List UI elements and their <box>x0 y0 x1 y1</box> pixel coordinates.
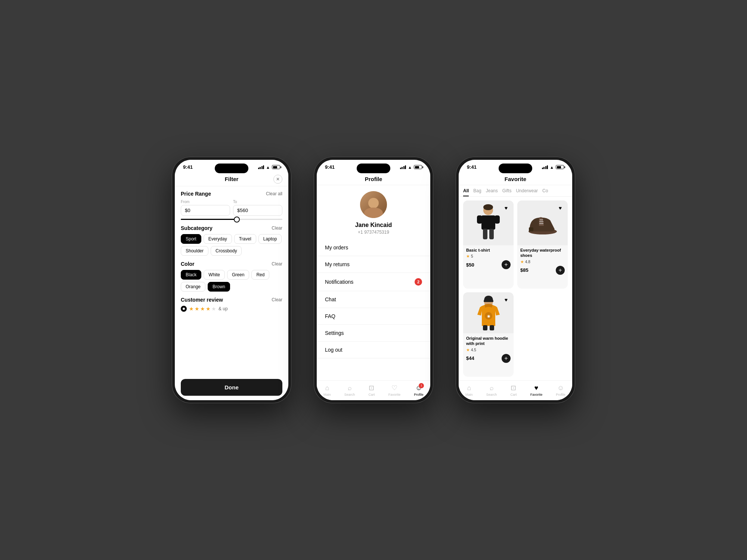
nav-label-favorite-2: Favorite <box>388 393 401 396</box>
color-clear[interactable]: Clear <box>272 261 282 267</box>
menu-label-chat: Chat <box>325 296 336 302</box>
product-info-tshirt: Basic t-shirt ★ 5 $50 + <box>463 245 514 272</box>
tag-orange[interactable]: Orange <box>181 282 205 292</box>
nav-favorite-3[interactable]: ♥ Favorite <box>530 384 543 396</box>
svg-rect-3 <box>477 215 482 224</box>
subcategory-tags: Sport Everyday Travel Laptop Shoulder Cr… <box>181 234 282 256</box>
tag-sport[interactable]: Sport <box>181 234 201 244</box>
tab-gifts[interactable]: Gifts <box>502 188 512 196</box>
tag-white[interactable]: White <box>204 270 225 280</box>
nav-search-3[interactable]: ⌕ Search <box>486 384 497 396</box>
review-radio[interactable] <box>181 306 187 312</box>
nav-label-search-3: Search <box>486 393 497 396</box>
tag-crossbody[interactable]: Crossbody <box>211 246 242 256</box>
done-button[interactable]: Done <box>181 379 282 396</box>
product-rating-shoes: ★ 4.8 <box>520 259 565 264</box>
tag-red[interactable]: Red <box>251 270 269 280</box>
nav-cart-2[interactable]: ⊡ Cart <box>368 384 375 396</box>
rating-value-shoes: 4.8 <box>525 260 530 264</box>
tab-jeans[interactable]: Jeans <box>486 188 498 196</box>
tag-shoulder[interactable]: Shoulder <box>181 246 208 256</box>
price-to-input[interactable] <box>233 205 282 216</box>
customer-review-header: Customer review Clear <box>181 297 282 303</box>
bottom-nav-2: ⌂ Main ⌕ Search ⊡ Cart ♡ Favorite ☺ <box>317 380 430 400</box>
tab-underwear[interactable]: Underwear <box>516 188 538 196</box>
price-range-header: Price Range Clear all <box>181 191 282 197</box>
menu-item-orders[interactable]: My orders <box>317 239 430 256</box>
product-info-hoodie: Original warm hoodie with print ★ 4.5 $4… <box>463 333 514 366</box>
nav-main-3[interactable]: ⌂ Main <box>465 384 473 396</box>
color-header: Color Clear <box>181 261 282 267</box>
heart-button-shoes[interactable]: ♥ <box>556 203 565 212</box>
menu-item-faq[interactable]: FAQ <box>317 308 430 325</box>
home-icon-3: ⌂ <box>467 384 471 392</box>
add-button-shoes[interactable]: + <box>556 266 565 275</box>
tag-black[interactable]: Black <box>181 270 201 280</box>
price-clear-all[interactable]: Clear all <box>266 191 282 196</box>
menu-item-chat[interactable]: Chat <box>317 291 430 308</box>
menu-item-returns[interactable]: My returns <box>317 256 430 273</box>
product-name-hoodie: Original warm hoodie with print <box>466 336 511 346</box>
tag-green[interactable]: Green <box>227 270 249 280</box>
star-4: ★ <box>206 306 211 312</box>
price-from-input[interactable] <box>181 205 230 216</box>
star-1: ★ <box>189 306 194 312</box>
add-button-hoodie[interactable]: + <box>502 354 511 363</box>
price-inputs: From To <box>181 200 282 216</box>
menu-item-settings[interactable]: Settings <box>317 325 430 342</box>
dynamic-island-3 <box>499 164 532 173</box>
product-price-row-shoes: $85 + <box>520 266 565 275</box>
tab-all[interactable]: All <box>463 188 469 196</box>
svg-text:◉: ◉ <box>487 314 490 318</box>
product-name-tshirt: Basic t-shirt <box>466 248 511 253</box>
star-3: ★ <box>200 306 205 312</box>
menu-item-notifications[interactable]: Notifications 2 <box>317 273 430 291</box>
price-slider[interactable] <box>181 219 282 220</box>
product-price-hoodie: $44 <box>466 355 474 361</box>
subcategory-clear[interactable]: Clear <box>272 225 282 231</box>
nav-favorite-2[interactable]: ♡ Favorite <box>388 384 401 396</box>
status-icons-2: ▲ <box>400 165 422 169</box>
star-2: ★ <box>195 306 199 312</box>
svg-rect-6 <box>489 229 494 239</box>
price-from-label: From <box>181 200 230 204</box>
tab-bag[interactable]: Bag <box>473 188 481 196</box>
tag-travel[interactable]: Travel <box>234 234 256 244</box>
profile-phone: +1 9737475319 <box>358 230 389 235</box>
nav-search-2[interactable]: ⌕ Search <box>344 384 355 396</box>
nav-cart-3[interactable]: ⊡ Cart <box>510 384 517 396</box>
product-info-shoes: Everyday waterproof shoes ★ 4.8 $85 + <box>517 245 568 278</box>
nav-main-2[interactable]: ⌂ Main <box>323 384 331 396</box>
status-time-3: 9:41 <box>467 164 477 170</box>
filter-close-button[interactable]: ✕ <box>273 175 282 184</box>
product-image-shoes: ♥ <box>517 200 568 245</box>
svg-rect-16 <box>483 325 487 330</box>
customer-review-section: Customer review Clear ★ ★ ★ ★ ★ <box>181 297 282 312</box>
heart-button-tshirt[interactable]: ♥ <box>502 203 511 212</box>
customer-review-title: Customer review <box>181 297 223 303</box>
nav-label-profile-3: Profile <box>556 393 565 396</box>
profile-screen: Profile Jane Kincaid +1 9737475319 My or… <box>317 172 430 400</box>
price-range-title: Price Range <box>181 191 211 197</box>
heart-button-hoodie[interactable]: ♥ <box>502 295 511 304</box>
star-icon: ★ <box>466 254 470 259</box>
profile-avatar-section: Jane Kincaid +1 9737475319 <box>317 185 430 239</box>
status-time-2: 9:41 <box>325 164 335 170</box>
battery-icon-2 <box>414 165 422 169</box>
customer-review-clear[interactable]: Clear <box>272 297 282 302</box>
favorite-header: Favorite <box>459 172 572 185</box>
status-icons-3: ▲ <box>542 165 564 169</box>
tag-laptop[interactable]: Laptop <box>258 234 282 244</box>
nav-profile-3[interactable]: ☺ Profile <box>556 384 565 396</box>
tag-everyday[interactable]: Everyday <box>204 234 232 244</box>
nav-profile-2[interactable]: ☺ 1 Profile <box>414 384 424 396</box>
and-up-text: & up <box>218 306 228 311</box>
svg-rect-11 <box>529 227 533 231</box>
tag-brown[interactable]: Brown <box>208 282 230 292</box>
add-button-tshirt[interactable]: + <box>502 260 511 269</box>
tab-co[interactable]: Co <box>542 188 548 196</box>
menu-item-logout[interactable]: Log out <box>317 342 430 358</box>
hoodie-figure: ◉ <box>475 294 502 332</box>
battery-icon-3 <box>556 165 564 169</box>
signal-icon-3 <box>542 165 548 169</box>
